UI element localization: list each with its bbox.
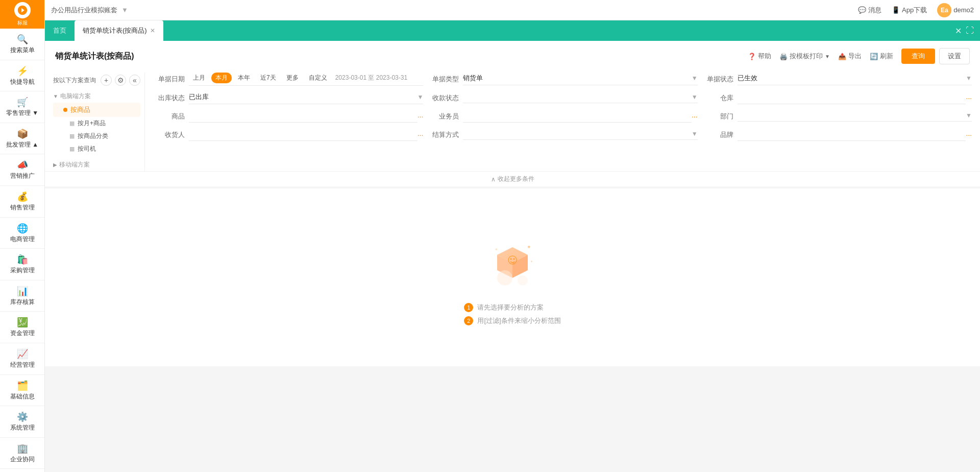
salesperson-ellipsis[interactable]: ··· <box>692 112 698 121</box>
purchase-icon: 🛍️ <box>17 254 28 265</box>
scheme-sub-by-driver[interactable]: ▦ 按司机 <box>53 143 140 155</box>
warehouse-input[interactable] <box>738 92 966 104</box>
salesperson-input[interactable] <box>463 110 692 123</box>
scheme-sub-by-category[interactable]: ▦ 按商品分类 <box>53 130 140 143</box>
brand-input[interactable] <box>738 129 966 141</box>
out-status-label: 出库状态 <box>153 93 189 103</box>
empty-state: ✦ ✦ ✦ 1 请先选择要分析的方案 2 用[过滤]条件来缩小分析范围 <box>45 188 980 366</box>
template-print-label: 按模板打印 <box>790 52 823 61</box>
settlement-select[interactable]: ▼ <box>463 130 697 140</box>
filter-field-brand: 品牌 ··· <box>702 129 972 141</box>
receiver-input[interactable] <box>189 129 418 141</box>
filter-body: 按以下方案查询 + ⚙ « ▼ 电脑端方案 按商品 <box>45 68 980 171</box>
sidebar-item-enterprise[interactable]: 🏢 企业协同 <box>0 438 45 469</box>
product-ellipsis[interactable]: ··· <box>418 112 424 121</box>
salesperson-label: 业务员 <box>427 112 463 121</box>
date-btn-this-month[interactable]: 本月 <box>211 73 232 83</box>
marketing-icon: 📣 <box>17 159 28 171</box>
sidebar-item-quicknav-label: 快捷导航 <box>10 78 35 86</box>
dropdown-arrow[interactable]: ▼ <box>121 6 128 14</box>
sidebar-item-ecommerce[interactable]: 🌐 电商管理 <box>0 218 45 249</box>
sidebar-item-basic[interactable]: 🗂️ 基础信息 <box>0 375 45 407</box>
sidebar-item-enterprise-label: 企业协同 <box>10 456 35 464</box>
query-button[interactable]: 查询 <box>901 49 935 64</box>
collapse-bar[interactable]: ∧ 收起更多条件 <box>45 171 980 186</box>
scheme-item-label: 按商品 <box>70 105 90 114</box>
svg-text:✦: ✦ <box>495 247 498 252</box>
date-btn-more[interactable]: 更多 <box>282 73 303 83</box>
enterprise-icon: 🏢 <box>17 443 28 454</box>
doc-status-select[interactable]: 已生效 ▼ <box>738 74 972 85</box>
sidebar-item-sales[interactable]: 💰 销售管理 <box>0 186 45 218</box>
export-btn[interactable]: 📤 导出 <box>838 52 862 61</box>
tip-text-1: 请先选择要分析的方案 <box>477 303 544 312</box>
group-arrow-mobile[interactable]: ▶ <box>53 162 57 168</box>
sidebar-item-guide[interactable]: 📖 新手引导 <box>0 469 45 472</box>
warehouse-ellipsis[interactable]: ··· <box>966 94 972 102</box>
maximize-btn[interactable]: ⛶ <box>966 26 974 35</box>
group-arrow-desktop[interactable]: ▼ <box>53 93 58 99</box>
sales-icon: 💰 <box>17 191 28 202</box>
date-btn-this-year[interactable]: 本年 <box>234 73 254 83</box>
scheme-sub-by-month-product[interactable]: ▦ 按月+商品 <box>53 117 140 130</box>
sidebar-item-marketing[interactable]: 📣 营销推广 <box>0 154 45 186</box>
tip-num-2: 2 <box>464 316 473 325</box>
date-btn-last-month[interactable]: 上月 <box>189 73 209 83</box>
collapse-scheme-btn[interactable]: « <box>129 75 140 86</box>
sidebar-item-system-label: 系统管理 <box>10 424 35 432</box>
tab-close-btn[interactable]: ✕ <box>150 27 155 34</box>
user-area[interactable]: Ea demo2 <box>937 3 974 17</box>
sidebar-item-wholesale[interactable]: 📦 批发管理 ▲ <box>0 123 45 155</box>
sidebar-item-purchase[interactable]: 🛍️ 采购管理 <box>0 249 45 280</box>
refresh-label: 刷新 <box>880 52 893 61</box>
refresh-btn[interactable]: 🔄 刷新 <box>870 52 893 61</box>
tab-sales-stat[interactable]: 销货单统计表(按商品) ✕ <box>75 20 163 41</box>
sidebar-logo: 标服 <box>0 0 45 29</box>
download-btn[interactable]: 📱 App下载 <box>892 6 927 15</box>
receipt-status-select[interactable]: ▼ <box>463 93 697 103</box>
doc-type-select[interactable]: 销货单 ▼ <box>463 74 697 85</box>
close-window-btn[interactable]: ✕ <box>955 26 962 36</box>
message-btn[interactable]: 💬 消息 <box>858 6 881 15</box>
filter-panel: 销货单统计表(按商品) ❓ 帮助 🖨️ 按模板打印 ▼ 📤 <box>45 41 980 186</box>
scheme-item-by-product[interactable]: 按商品 <box>53 103 140 117</box>
scheme-sub-label-2: 按商品分类 <box>78 132 108 140</box>
sidebar-item-inventory[interactable]: 📊 库存核算 <box>0 280 45 312</box>
tab-sales-stat-label: 销货单统计表(按商品) <box>83 26 147 35</box>
tab-home-label: 首页 <box>53 26 66 35</box>
sidebar-item-finance[interactable]: 💹 资金管理 <box>0 312 45 343</box>
department-label: 部门 <box>702 112 738 121</box>
sidebar-item-operation[interactable]: 📈 经营管理 <box>0 343 45 375</box>
help-btn[interactable]: ❓ 帮助 <box>748 52 771 61</box>
date-btn-custom[interactable]: 自定义 <box>305 73 331 83</box>
download-icon: 📱 <box>892 6 900 14</box>
sidebar: 标服 🔍 搜索菜单 ⚡ 快捷导航 🛒 零售管理 ▼ 📦 批发管理 ▲ 📣 营销推… <box>0 0 45 472</box>
filter-field-receipt-status: 收款状态 ▼ <box>427 93 697 103</box>
empty-tips: 1 请先选择要分析的方案 2 用[过滤]条件来缩小分析范围 <box>464 303 560 325</box>
doc-status-value: 已生效 <box>738 74 966 83</box>
product-input[interactable] <box>189 110 418 123</box>
template-print-btn[interactable]: 🖨️ 按模板打印 ▼ <box>779 52 830 61</box>
quicknav-icon: ⚡ <box>17 65 28 77</box>
sidebar-item-search[interactable]: 🔍 搜索菜单 <box>0 29 45 60</box>
add-scheme-btn[interactable]: + <box>101 75 112 86</box>
sidebar-item-retail[interactable]: 🛒 零售管理 ▼ <box>0 91 45 123</box>
receiver-ellipsis[interactable]: ··· <box>418 131 424 139</box>
tab-home[interactable]: 首页 <box>45 20 75 41</box>
setting-button[interactable]: 设置 <box>939 48 970 64</box>
basic-icon: 🗂️ <box>17 380 28 391</box>
username: demo2 <box>953 6 974 14</box>
brand-ellipsis[interactable]: ··· <box>966 131 972 139</box>
out-status-select[interactable]: 已出库 ▼ <box>189 92 423 104</box>
settings-scheme-btn[interactable]: ⚙ <box>115 75 126 86</box>
department-select[interactable]: ▼ <box>738 112 972 122</box>
sidebar-item-quicknav[interactable]: ⚡ 快捷导航 <box>0 60 45 92</box>
collapse-up-icon: ∧ <box>491 176 496 183</box>
date-btn-7days[interactable]: 近7天 <box>256 73 280 83</box>
receipt-status-label: 收款状态 <box>427 93 463 103</box>
sidebar-item-inventory-label: 库存核算 <box>10 298 35 306</box>
sidebar-item-system[interactable]: ⚙️ 系统管理 <box>0 406 45 438</box>
svg-text:✦: ✦ <box>530 260 533 263</box>
print-dropdown-icon: ▼ <box>825 54 830 59</box>
filter-header: 销货单统计表(按商品) ❓ 帮助 🖨️ 按模板打印 ▼ 📤 <box>45 41 980 68</box>
